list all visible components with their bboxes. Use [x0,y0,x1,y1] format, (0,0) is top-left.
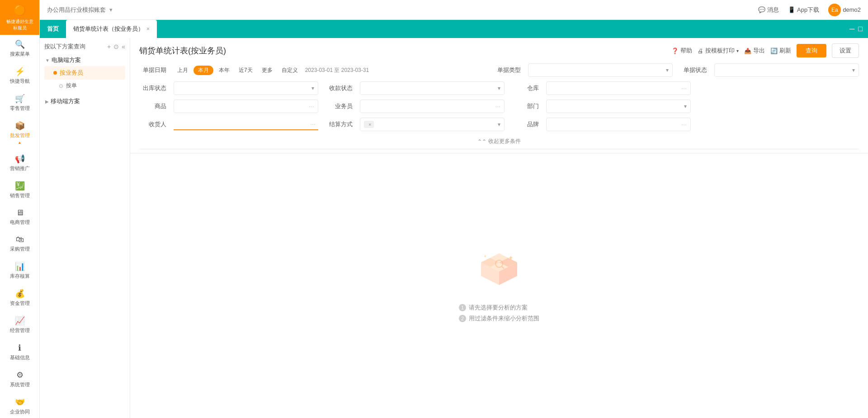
left-panel: 按以下方案查询 + ⊙ « ▼ 电脑端方案 按业务员 ⊙ [40,38,130,418]
date-this-month-btn[interactable]: 本月 [193,66,213,75]
date-more-btn[interactable]: 更多 [258,66,276,75]
left-panel-title: 按以下方案查询 [44,43,85,51]
tab-close-icon[interactable]: × [146,26,150,32]
filter-row-2: 出库状态 ▾ 收款状态 ▾ 仓库 ··· [139,81,859,95]
sidebar-item-search[interactable]: 🔍 搜索菜单 [0,35,39,62]
query-button[interactable]: 查询 [797,44,826,57]
outbound-select[interactable]: ▾ [174,81,318,95]
doc-status-arrow-icon: ▾ [852,67,855,73]
dropdown-icon[interactable]: ▾ [109,6,113,13]
dept-select[interactable]: ▾ [546,100,691,113]
payment-label: 收款状态 [326,84,353,92]
consignee-input[interactable]: ··· [174,119,318,130]
tree-sub-item-order[interactable]: ⊙ 按单 [57,80,125,92]
tab-home-label: 首页 [47,25,59,33]
tip-num-2: 2 [459,315,466,322]
salesman-select[interactable]: ··· [360,100,505,113]
print-icon: 🖨 [698,48,703,54]
message-button[interactable]: 💬 消息 [758,6,779,14]
sidebar-item-sales[interactable]: 💹 销售管理 [0,176,39,204]
sidebar-label-retail: 零售管理 [10,105,30,112]
goods-select[interactable]: ··· [174,100,318,113]
tree-child-salesman[interactable]: 按业务员 [44,66,125,80]
content-area: ✦ ✦ 1 请先选择要分析的方案 2 用过滤条件来缩小分析范围 [130,153,868,418]
sidebar-item-retail[interactable]: 🛒 零售管理 [0,89,39,116]
setting-button[interactable]: 设置 [832,43,859,58]
export-button[interactable]: 📤 导出 [744,47,765,55]
refresh-label: 刷新 [779,47,791,55]
sidebar-item-wholesale[interactable]: 📦 批发管理 ▲ [0,116,39,149]
message-label: 消息 [767,6,779,14]
help-label: 帮助 [680,47,692,55]
tree-sub: ⊙ 按单 [44,80,125,92]
tab-home[interactable]: 首页 [40,20,66,38]
sidebar-item-system[interactable]: ⚙ 系统管理 [0,366,39,393]
date-7days-btn[interactable]: 近7天 [235,66,256,75]
basic-icon: ℹ [18,343,21,353]
collapse-bar[interactable]: ⌃⌃ 收起更多条件 [139,134,859,149]
sidebar-item-management[interactable]: 📈 经营管理 [0,311,39,338]
help-button[interactable]: ❓ 帮助 [671,47,692,55]
topbar-right: 💬 消息 📱 App下载 Ea demo2 [758,4,861,16]
date-this-year-btn[interactable]: 本年 [215,66,233,75]
quick-icon: ⚡ [15,66,25,76]
management-icon: 📈 [15,316,25,326]
sidebar-label-purchase: 采购管理 [10,246,30,252]
sidebar-item-purchase[interactable]: 🛍 采购管理 [0,230,39,257]
app-download-button[interactable]: 📱 App下载 [788,6,819,14]
date-last-month-btn[interactable]: 上月 [174,66,192,75]
maximize-button[interactable]: □ [858,25,863,33]
salesman-dots-icon: ··· [495,103,500,110]
sidebar-label-search: 搜索菜单 [10,51,30,57]
avatar: Ea [828,4,841,16]
brand-dots-icon: ··· [681,121,687,128]
filter-row-3: 商品 ··· 业务员 ··· 部门 ▾ [139,100,859,113]
topbar: 办公用品行业模拟账套 ▾ 💬 消息 📱 App下载 Ea demo2 [40,0,868,20]
collapse-panel-icon[interactable]: « [122,43,125,50]
settlement-clear-icon[interactable]: × [368,122,371,127]
brand-label: 品牌 [512,120,539,128]
sidebar-label-management: 经营管理 [10,327,30,334]
sidebar-item-finance[interactable]: 💰 资金管理 [0,284,39,311]
tree-section: ▼ 电脑端方案 按业务员 ⊙ 按单 ▶ 移动端方案 [44,54,125,107]
payment-select[interactable]: ▾ [360,81,505,95]
tree-parent-pc[interactable]: ▼ 电脑端方案 [44,54,125,66]
sidebar-nav: 🔍 搜索菜单 ⚡ 快捷导航 🛒 零售管理 📦 批发管理 ▲ 📢 营销推广 💹 销… [0,35,39,418]
add-scheme-icon[interactable]: + [107,43,111,50]
refresh-button[interactable]: 🔄 刷新 [770,47,791,55]
sidebar-label-quick: 快捷导航 [10,78,30,85]
page-title-row: 销货单统计表(按业务员) ❓ 帮助 🖨 按模板打印 ▾ 📤 [139,43,859,58]
date-custom-btn[interactable]: 自定义 [278,66,302,75]
sidebar-item-enterprise[interactable]: 🤝 企业协同 [0,393,39,418]
doc-status-select[interactable]: ▾ [714,63,859,77]
page-title: 销货单统计表(按业务员) [139,45,226,56]
system-icon: ⚙ [16,370,24,380]
logo[interactable]: 🟠 畅捷通好生意标服员 [0,0,39,35]
print-label: 按模板打印 [705,47,735,55]
doc-type-select[interactable]: ▾ [528,63,673,77]
sidebar-item-marketing[interactable]: 📢 营销推广 [0,149,39,176]
edit-scheme-icon[interactable]: ⊙ [113,43,119,50]
consignee-dots-icon: ··· [310,120,316,128]
username: demo2 [843,6,861,13]
brand-select[interactable]: ··· [546,118,691,131]
tab-active[interactable]: 销货单统计表（按业务员） × [66,20,157,38]
sidebar-item-basic[interactable]: ℹ 基础信息 [0,338,39,366]
settlement-arrow-icon: ▾ [498,121,500,128]
app-download-label: App下载 [797,6,819,14]
sidebar-item-quick[interactable]: ⚡ 快捷导航 [0,62,39,89]
user-profile[interactable]: Ea demo2 [828,4,861,16]
minimize-button[interactable]: ─ [849,25,854,33]
settlement-select[interactable]: × ▾ [360,118,505,131]
doc-status-label: 单据状态 [680,66,707,74]
print-button[interactable]: 🖨 按模板打印 ▾ [698,47,739,55]
sidebar-item-inventory[interactable]: 📊 库存核算 [0,257,39,284]
outbound-arrow-icon: ▾ [311,85,314,91]
retail-icon: 🛒 [15,94,25,104]
tree-parent-mobile[interactable]: ▶ 移动端方案 [44,95,125,107]
left-panel-header: 按以下方案查询 + ⊙ « [44,43,125,51]
date-control: 上月 本月 本年 近7天 更多 自定义 2023-03-01 至 2023-03… [174,66,486,75]
warehouse-select[interactable]: ··· [546,81,691,95]
sidebar-item-ecommerce[interactable]: 🖥 电商管理 [0,204,39,230]
refresh-icon: 🔄 [770,48,778,54]
